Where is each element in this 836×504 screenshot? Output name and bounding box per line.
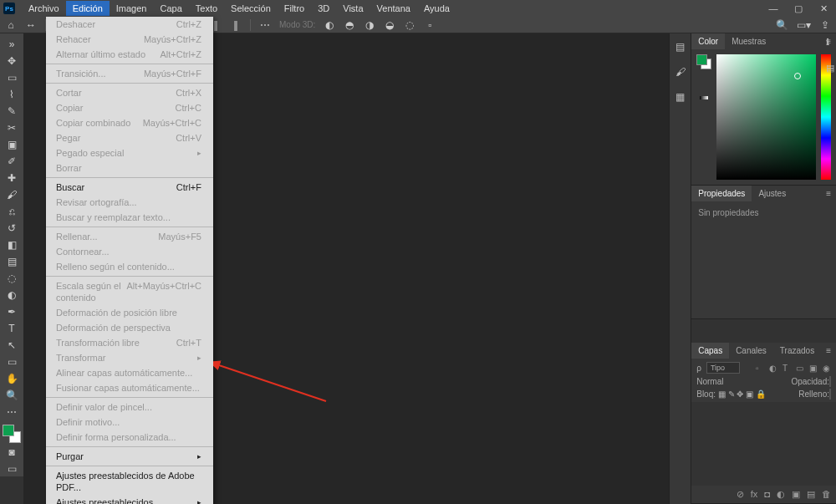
filter-smart-icon[interactable]: ▣ <box>809 364 818 372</box>
layer-fx-icon[interactable]: fx <box>751 489 758 500</box>
foreground-color-swatch[interactable] <box>3 425 14 436</box>
lock-all-icon[interactable]: 🔒 <box>756 389 766 399</box>
info-panel-icon[interactable]: ℹ <box>826 37 834 48</box>
blur-tool[interactable]: ◌ <box>3 271 21 286</box>
layer-mask-icon[interactable]: ◘ <box>764 489 770 500</box>
tab-channels[interactable]: Canales <box>729 343 773 359</box>
workspace-switcher-icon[interactable]: ▭▾ <box>798 19 809 31</box>
menu-ayuda[interactable]: Ayuda <box>417 1 456 16</box>
tab-swatches[interactable]: Muestras <box>725 33 772 49</box>
adjustment-layer-icon[interactable]: ◐ <box>777 489 785 500</box>
dodge-tool[interactable]: ◐ <box>3 288 21 303</box>
menu-ventana[interactable]: Ventana <box>370 1 417 16</box>
toolbar-edit-icon[interactable]: ⋯ <box>3 405 21 420</box>
frame-tool[interactable]: ▣ <box>3 137 21 152</box>
menu-item[interactable]: BuscarCtrl+F <box>46 180 213 195</box>
quick-select-tool[interactable]: ✎ <box>3 104 21 119</box>
3d-zoom-icon[interactable]: ◌ <box>404 19 415 31</box>
color-field[interactable] <box>716 54 816 180</box>
more-icon[interactable]: ⋯ <box>259 19 271 31</box>
delete-layer-icon[interactable]: 🗑 <box>822 489 831 500</box>
layer-list[interactable] <box>691 402 836 486</box>
menu-archivo[interactable]: Archivo <box>22 1 66 16</box>
stamp-tool[interactable]: ⎌ <box>3 204 21 219</box>
history-panel-icon[interactable]: ▤ <box>674 40 687 53</box>
filter-adjust-icon[interactable]: ◐ <box>769 364 777 372</box>
3d-orbit-icon[interactable]: ◐ <box>324 19 335 31</box>
path-select-tool[interactable]: ↖ <box>3 338 21 353</box>
menu-capa[interactable]: Capa <box>153 1 188 16</box>
brush-tool[interactable]: 🖌 <box>3 187 21 202</box>
foreground-background-swatch[interactable] <box>3 425 21 443</box>
lasso-tool[interactable]: ⌇ <box>3 87 21 102</box>
link-layers-icon[interactable]: ⊘ <box>737 489 744 500</box>
tab-color[interactable]: Color <box>691 33 725 49</box>
group-icon[interactable]: ▣ <box>792 489 800 500</box>
3d-roll-icon[interactable]: ◓ <box>344 19 355 31</box>
gradient-tool[interactable]: ▤ <box>3 254 21 269</box>
text-tool[interactable]: T <box>3 321 21 336</box>
lock-position-icon[interactable]: ✥ <box>737 389 743 399</box>
close-button[interactable]: ✕ <box>811 1 836 17</box>
layer-kind-select[interactable]: Tipo <box>706 362 740 374</box>
color-swatch-pair[interactable] <box>696 54 711 69</box>
3d-pan-icon[interactable]: ◑ <box>364 19 375 31</box>
color-picker-cursor[interactable] <box>794 73 801 79</box>
menu-vista[interactable]: Vista <box>336 1 370 16</box>
tab-layers[interactable]: Capas <box>691 343 729 359</box>
lock-artboard-icon[interactable]: ▣ <box>746 389 753 399</box>
panel-menu-icon[interactable]: ≡ <box>821 343 836 359</box>
menu-item: Fusionar capas automáticamente... <box>46 380 213 395</box>
layers-panel: Capas Canales Trazados ≡ ρ Tipo ▫ ◐ T ▭ … <box>691 343 836 504</box>
pen-tool[interactable]: ✒ <box>3 304 21 319</box>
3d-slide-icon[interactable]: ◒ <box>384 19 395 31</box>
distribute-icon[interactable]: ‖ <box>230 19 242 31</box>
minimize-button[interactable]: — <box>761 1 786 17</box>
menu-item[interactable]: Ajustes preestablecidos de Adobe PDF... <box>46 468 213 495</box>
menu-edición[interactable]: Edición <box>66 1 110 16</box>
hand-tool[interactable]: ✋ <box>3 371 21 386</box>
collapse-icon[interactable]: » <box>3 37 21 52</box>
eraser-tool[interactable]: ◧ <box>3 237 21 252</box>
home-icon[interactable]: ⌂ <box>5 19 17 31</box>
brush-panel-icon[interactable]: 🖌 <box>674 65 687 79</box>
marquee-tool[interactable]: ▭ <box>3 70 21 85</box>
tab-adjustments[interactable]: Ajustes <box>752 186 793 201</box>
menu-item[interactable]: Purgar <box>46 449 213 464</box>
new-layer-icon[interactable]: ▤ <box>807 489 815 500</box>
arrow-left-icon[interactable]: ↔ <box>25 19 37 31</box>
swatches-panel-icon[interactable]: ▦ <box>674 90 687 104</box>
zoom-tool[interactable]: 🔍 <box>3 388 21 403</box>
healing-tool[interactable]: ✚ <box>3 171 21 186</box>
share-icon[interactable]: ⇪ <box>819 19 831 31</box>
menu-imagen[interactable]: Imagen <box>110 1 154 16</box>
maximize-button[interactable]: ▢ <box>786 1 811 17</box>
filter-shape-icon[interactable]: ▭ <box>796 364 804 372</box>
filter-text-icon[interactable]: T <box>782 364 791 372</box>
move-tool[interactable]: ✥ <box>3 53 21 69</box>
search-icon[interactable]: 🔍 <box>776 19 788 31</box>
libraries-panel-icon[interactable]: ▤ <box>826 63 834 74</box>
tab-paths[interactable]: Trazados <box>773 343 821 359</box>
history-brush-tool[interactable]: ↺ <box>3 221 21 236</box>
opacity-field[interactable] <box>829 376 831 387</box>
crop-tool[interactable]: ✂ <box>3 120 21 135</box>
3d-scale-icon[interactable]: ▫ <box>424 19 436 31</box>
menu-item[interactable]: Ajustes preestablecidos <box>46 495 213 504</box>
quickmask-tool[interactable]: ◙ <box>3 445 21 460</box>
menu-item: Copiar combinadoMayús+Ctrl+C <box>46 115 213 130</box>
shape-tool[interactable]: ▭ <box>3 354 21 369</box>
panel-menu-icon[interactable]: ≡ <box>821 186 836 201</box>
eyedropper-tool[interactable]: ✐ <box>3 154 21 169</box>
menu-selección[interactable]: Selección <box>224 1 278 16</box>
lock-pixels-icon[interactable]: ✎ <box>728 389 735 399</box>
menu-3d[interactable]: 3D <box>311 1 336 16</box>
menu-filtro[interactable]: Filtro <box>278 1 311 16</box>
filter-pixel-icon[interactable]: ▫ <box>756 364 764 372</box>
lock-trans-icon[interactable]: ▦ <box>718 389 726 399</box>
filter-toggle-icon[interactable]: ◉ <box>823 364 831 372</box>
fill-field[interactable] <box>829 389 831 400</box>
tab-properties[interactable]: Propiedades <box>691 186 752 201</box>
menu-texto[interactable]: Texto <box>189 1 224 16</box>
screenmode-tool[interactable]: ▭ <box>3 461 21 476</box>
